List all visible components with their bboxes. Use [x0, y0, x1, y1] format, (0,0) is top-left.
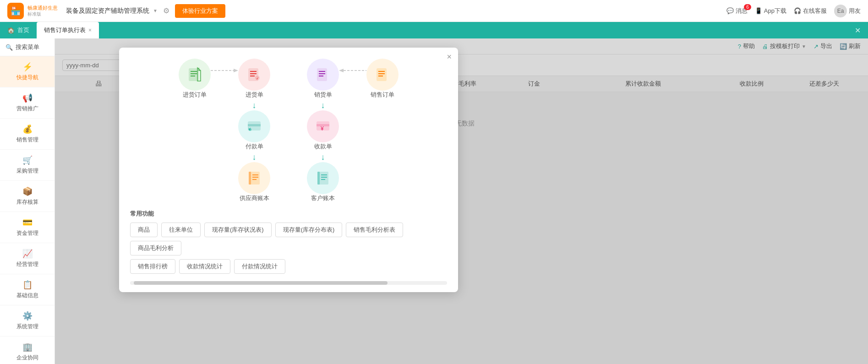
svg-rect-30: [249, 172, 251, 185]
top-bar: 🏪 畅康通好生意 标准版 装备及固定资产辅助管理系统 ▼ ⚙ 体验行业方案 💬 …: [0, 0, 868, 22]
sidebar-item-finance[interactable]: 💳 资金管理: [0, 212, 55, 243]
sales-bill-label: 销货单: [314, 91, 332, 99]
purchase-order-label: 进货订单: [183, 91, 207, 99]
purchase-icon: 🛒: [22, 155, 33, 165]
inventory-icon: 📦: [22, 186, 33, 196]
payment-bill-circle[interactable]: ¥: [238, 110, 270, 142]
supplier-ledger-label: 供应商账本: [240, 194, 269, 202]
tab-active[interactable]: 销售订单执行表 ×: [37, 22, 99, 38]
sidebar-item-basic-info[interactable]: 📋 基础信息: [0, 274, 55, 305]
marketing-icon: 📢: [22, 93, 33, 103]
receipt-bill-label: 收款单: [314, 142, 332, 151]
modal-box: × 进货订单: [119, 48, 458, 292]
sales-icon: 💰: [22, 124, 33, 134]
tab-bar: 🏠 首页 销售订单执行表 × ✕: [0, 22, 868, 38]
sidebar-item-inventory[interactable]: 📦 库存核算: [0, 181, 55, 212]
sidebar-item-purchase[interactable]: 🛒 采购管理: [0, 150, 55, 181]
sales-bill-circle[interactable]: [307, 59, 339, 91]
purchase-bill-label: 进货单: [246, 91, 263, 99]
modal-overlay[interactable]: × 进货订单: [55, 38, 868, 364]
supplier-ledger-circle[interactable]: [238, 162, 270, 194]
func-btn-contacts[interactable]: 往来单位: [161, 223, 201, 237]
online-service-button[interactable]: 🎧 在线客服: [794, 7, 827, 15]
window-close-button[interactable]: ✕: [847, 26, 868, 35]
message-icon: 💬: [726, 7, 734, 14]
system-title: 装备及固定资产辅助管理系统 ▼ ⚙: [66, 6, 169, 15]
func-btn-receipt-stats[interactable]: 收款情况统计: [179, 259, 230, 274]
modal-close-button[interactable]: ×: [447, 52, 452, 62]
sidebar-nav: ⚡ 快捷导航 📢 营销推广 💰 销售管理 🛒 采购管理 📦 库存核算 💳: [0, 56, 55, 364]
func-btn-sales-rank[interactable]: 销售排行榜: [130, 259, 175, 274]
function-buttons-row2: 销售排行榜 收款情况统计 付款情况统计: [130, 259, 447, 274]
top-right-actions: 💬 消息 6 📱 App下载 🎧 在线客服 Ea 用友: [726, 5, 861, 17]
logo-icon: 🏪: [7, 3, 24, 19]
dropdown-icon[interactable]: ▼: [153, 8, 158, 13]
svg-rect-12: [317, 68, 327, 81]
svg-marker-16: [339, 69, 344, 72]
main-layout: 🔍 搜索菜单 ⚡ 快捷导航 📢 营销推广 💰 销售管理 🛒 采购管理 📦: [0, 38, 868, 364]
func-btn-payment-stats[interactable]: 付款情况统计: [234, 259, 285, 274]
func-btn-inventory-dist[interactable]: 现存量(库存分布表): [275, 223, 343, 237]
user-menu[interactable]: Ea 用友: [834, 5, 861, 17]
logo-text: 畅康通好生意 标准版: [27, 5, 58, 17]
message-button[interactable]: 💬 消息 6: [726, 7, 748, 15]
sidebar-item-quick-nav[interactable]: ⚡ 快捷导航: [0, 56, 55, 87]
func-btn-inventory-status[interactable]: 现存量(库存状况表): [204, 223, 272, 237]
app-download-button[interactable]: 📱 App下载: [755, 7, 786, 15]
sales-order-label: 销售订单: [371, 91, 394, 99]
enterprise-icon: 🏢: [22, 342, 33, 352]
experience-button[interactable]: 体验行业方案: [175, 4, 225, 18]
func-btn-sales-margin[interactable]: 销售毛利分析表: [346, 223, 403, 237]
receipt-bill-circle[interactable]: ¥: [307, 110, 339, 142]
svg-rect-18: [377, 68, 387, 81]
operations-icon: 📈: [22, 249, 33, 259]
sales-order-circle[interactable]: [366, 59, 399, 91]
func-btn-goods[interactable]: 商品: [130, 223, 158, 237]
sidebar: 🔍 搜索菜单 ⚡ 快捷导航 📢 营销推广 💰 销售管理 🛒 采购管理 📦: [0, 38, 55, 364]
sidebar-item-operations[interactable]: 📈 经营管理: [0, 243, 55, 274]
tab-close-icon[interactable]: ×: [88, 27, 92, 33]
customer-ledger-label: 客户账本: [311, 194, 335, 202]
sidebar-item-system[interactable]: ⚙️ 系统管理: [0, 305, 55, 337]
function-buttons: 商品 往来单位 现存量(库存状况表) 现存量(库存分布表) 销售毛利分析表 商品…: [130, 223, 447, 255]
content-area: ? 帮助 🖨 按模板打印 ▼ ↗ 导出 🔄 刷新: [55, 38, 868, 364]
svg-text:¥: ¥: [320, 125, 324, 132]
search-menu-button[interactable]: 🔍 搜索菜单: [0, 38, 55, 56]
svg-marker-5: [234, 69, 238, 72]
sidebar-item-marketing[interactable]: 📢 营销推广: [0, 87, 55, 119]
message-badge: 6: [744, 4, 751, 10]
purchase-order-circle[interactable]: [179, 59, 211, 91]
func-btn-goods-margin[interactable]: 商品毛利分析: [130, 241, 181, 255]
svg-rect-23: [248, 124, 261, 126]
basic-info-icon: 📋: [22, 280, 33, 290]
scrollbar-thumb: [134, 281, 388, 285]
sidebar-item-sales[interactable]: 💰 销售管理: [0, 119, 55, 150]
settings-icon[interactable]: ⚙: [163, 6, 169, 15]
purchase-bill-circle[interactable]: ✓: [238, 59, 270, 91]
common-functions-title: 常用功能: [130, 210, 447, 218]
common-functions: 常用功能 商品 往来单位 现存量(库存状况表) 现存量(库存分布表) 销售毛利分…: [130, 210, 447, 274]
system-icon: ⚙️: [22, 311, 33, 321]
svg-text:¥: ¥: [248, 127, 251, 131]
home-icon: 🏠: [7, 27, 15, 34]
download-icon: 📱: [755, 7, 762, 14]
customer-ledger-circle[interactable]: [307, 162, 339, 194]
finance-icon: 💳: [22, 217, 33, 228]
payment-bill-label: 付款单: [246, 142, 263, 151]
quick-nav-icon: ⚡: [22, 62, 33, 72]
modal-scrollbar[interactable]: [130, 281, 447, 285]
sidebar-item-enterprise[interactable]: 🏢 企业协同: [0, 337, 55, 364]
logo-area: 🏪 畅康通好生意 标准版: [7, 3, 62, 19]
search-icon: 🔍: [5, 44, 13, 51]
svg-rect-35: [317, 172, 320, 185]
avatar: Ea: [834, 5, 847, 17]
service-icon: 🎧: [794, 7, 801, 14]
svg-text:✓: ✓: [256, 76, 259, 81]
tab-home[interactable]: 🏠 首页: [0, 22, 37, 38]
